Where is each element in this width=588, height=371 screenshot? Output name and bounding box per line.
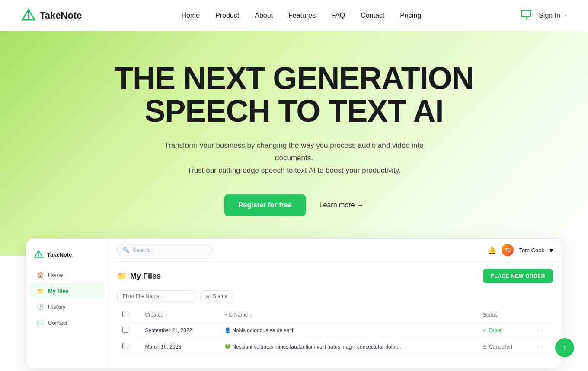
navbar: TakeNote Home Product About Features FAQ… — [0, 0, 588, 31]
row-date-2: March 16, 2023 — [140, 339, 219, 355]
col-checkbox — [117, 308, 140, 322]
cancel-circle-icon: ⊖ — [483, 344, 487, 350]
file-icon-1: 👤 — [224, 327, 231, 333]
nav-right: Sign In→ — [521, 9, 567, 22]
nav-item-contact[interactable]: Contact — [361, 12, 384, 19]
avatar: TC — [502, 244, 514, 256]
row-filename-1: 👤 Nobis doloribus ea deleniti. — [219, 322, 478, 339]
app-preview: TakeNote 🏠 Home 📁 My files 🕐 History — [26, 238, 562, 369]
contact-icon: ✉️ — [37, 320, 44, 326]
nav-item-pricing[interactable]: Pricing — [400, 12, 421, 19]
nav-link-about[interactable]: About — [255, 12, 273, 19]
sidebar-item-home[interactable]: 🏠 Home — [30, 267, 105, 282]
row-date-1: September 21, 2022 — [140, 322, 219, 339]
filter-filename-input[interactable] — [117, 290, 195, 302]
row-status-2: ⊖ Cancelled — [477, 339, 533, 355]
row-checkbox-1[interactable] — [117, 322, 140, 339]
nav-item-faq[interactable]: FAQ — [331, 12, 345, 19]
row-actions-2[interactable]: ··· — [533, 339, 553, 355]
content-header: 📁 My Files PLACE NEW ORDER — [117, 269, 553, 283]
table-row: March 16, 2023 💚 Nesciunt voluptas minus… — [117, 339, 553, 355]
nav-item-home[interactable]: Home — [181, 12, 200, 19]
row-filename-2: 💚 Nesciunt voluptas minus laudantium vel… — [219, 339, 478, 355]
check-circle-icon: ✓ — [483, 327, 487, 333]
sidebar-item-contact[interactable]: ✉️ Contact — [30, 315, 105, 330]
history-icon: 🕐 — [37, 304, 44, 310]
select-all-checkbox[interactable] — [122, 311, 128, 317]
sidebar-logo: TakeNote — [26, 246, 108, 266]
search-icon: 🔍 — [123, 247, 129, 253]
monitor-icon — [521, 9, 532, 22]
sign-in-link[interactable]: Sign In→ — [539, 12, 567, 19]
sidebar-brand-name: TakeNote — [47, 251, 72, 258]
sidebar-label-home: Home — [48, 272, 63, 278]
search-box[interactable]: 🔍 Search... — [117, 244, 212, 256]
file-icon-2: 💚 — [224, 344, 231, 350]
row-status-1: ✓ Done — [477, 322, 533, 339]
svg-rect-2 — [521, 10, 531, 17]
app-inner: TakeNote 🏠 Home 📁 My files 🕐 History — [26, 239, 562, 368]
hero-title: THE NEXT GENERATION SPEECH TO TEXT AI — [114, 62, 474, 127]
home-icon: 🏠 — [37, 272, 44, 278]
circle-icon: ◎ — [206, 293, 210, 299]
table-header-row: Created ↕ File Name ↕ Status — [117, 308, 553, 322]
table-row: September 21, 2022 👤 Nobis doloribus ea … — [117, 322, 553, 339]
brand-name: TakeNote — [40, 10, 82, 21]
files-table: Created ↕ File Name ↕ Status September 2… — [117, 308, 553, 355]
scroll-to-top-button[interactable]: ↑ — [555, 338, 574, 357]
status-done-badge: ✓ Done — [483, 327, 527, 333]
hero-section: THE NEXT GENERATION SPEECH TO TEXT AI Tr… — [0, 31, 588, 256]
nav-item-product[interactable]: Product — [215, 12, 239, 19]
row-checkbox-2[interactable] — [117, 339, 140, 355]
nav-link-home[interactable]: Home — [181, 12, 200, 19]
nav-link-contact[interactable]: Contact — [361, 12, 384, 19]
nav-link-features[interactable]: Features — [288, 12, 316, 19]
col-actions — [533, 308, 553, 322]
chevron-down-icon: ▾ — [550, 246, 553, 254]
my-files-title: 📁 My Files — [117, 271, 161, 281]
notification-bell-icon[interactable]: 🔔 — [488, 246, 496, 254]
nav-link-pricing[interactable]: Pricing — [400, 12, 421, 19]
sidebar-item-myfiles[interactable]: 📁 My files — [30, 283, 105, 298]
register-button[interactable]: Register for free — [224, 194, 306, 216]
nav-item-about[interactable]: About — [255, 12, 273, 19]
nav-item-features[interactable]: Features — [288, 12, 316, 19]
sidebar-label-myfiles: My files — [48, 288, 69, 294]
app-content: 📁 My Files PLACE NEW ORDER ◎ Status — [109, 262, 562, 368]
sidebar-label-contact: Contact — [48, 320, 67, 326]
sidebar-nav: 🏠 Home 📁 My files 🕐 History ✉️ Contact — [26, 267, 108, 330]
nav-link-faq[interactable]: FAQ — [331, 12, 345, 19]
file-filters: ◎ Status — [117, 290, 553, 302]
sidebar-logo-icon — [33, 249, 44, 260]
col-filename[interactable]: File Name ↕ — [219, 308, 478, 322]
status-cancelled-badge: ⊖ Cancelled — [483, 344, 527, 350]
row-menu-dots-2[interactable]: ··· — [538, 344, 542, 350]
app-sidebar: TakeNote 🏠 Home 📁 My files 🕐 History — [26, 239, 109, 368]
status-filter-dropdown[interactable]: ◎ Status — [200, 290, 233, 302]
user-name: Tom Cook — [519, 247, 544, 254]
nav-link-product[interactable]: Product — [215, 12, 239, 19]
myfiles-icon: 📁 — [37, 288, 44, 294]
nav-links: Home Product About Features FAQ Contact … — [181, 12, 421, 19]
topbar-right: 🔔 TC Tom Cook ▾ — [488, 244, 553, 256]
col-created[interactable]: Created ↕ — [140, 308, 219, 322]
search-placeholder: Search... — [133, 247, 153, 253]
app-main: 🔍 Search... 🔔 TC Tom Cook ▾ 📁 — [109, 239, 562, 368]
hero-subtitle: Transform your business by changing the … — [164, 140, 424, 177]
col-status: Status — [477, 308, 533, 322]
folder-icon: 📁 — [117, 271, 127, 281]
sidebar-item-history[interactable]: 🕐 History — [30, 299, 105, 314]
place-new-order-button[interactable]: PLACE NEW ORDER — [483, 269, 553, 283]
learn-more-button[interactable]: Learn more → — [320, 201, 364, 209]
hero-buttons: Register for free Learn more → — [224, 194, 364, 216]
app-topbar: 🔍 Search... 🔔 TC Tom Cook ▾ — [109, 239, 562, 262]
logo-link[interactable]: TakeNote — [21, 8, 82, 23]
app-preview-wrapper: TakeNote 🏠 Home 📁 My files 🕐 History — [0, 256, 588, 371]
sidebar-label-history: History — [48, 304, 65, 310]
logo-icon — [21, 8, 36, 23]
row-actions-1[interactable]: ··· — [533, 322, 553, 339]
row-menu-dots-1[interactable]: ··· — [538, 327, 542, 333]
